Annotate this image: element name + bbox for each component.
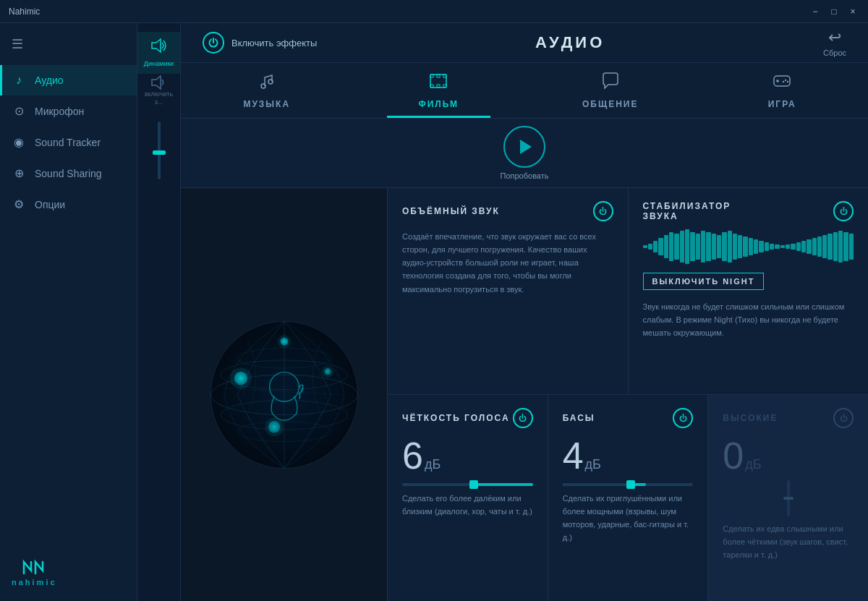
stabilizer-power-icon: ⏻ [840,207,848,216]
right-columns: ОБЪЁМНЫЙ ЗВУК ⏻ Создаёт впечатление, что… [388,188,868,601]
page-body: Попробовать [181,119,868,601]
sidebar-item-microphone[interactable]: ⊙ Микрофон [0,95,137,127]
voice-value: 6 [402,437,423,474]
tab-film[interactable]: ФИЛЬМ [353,63,525,118]
device-speakers[interactable]: Динамики [137,32,180,74]
svg-marker-1 [152,76,161,89]
svg-point-32 [321,365,333,378]
voice-card: ЧЁТКОСТЬ ГОЛОСА ⏻ 6 дБ [388,395,548,601]
try-button[interactable] [503,126,545,168]
svg-point-15 [787,81,788,82]
svg-point-30 [230,367,252,389]
nahimic-logo-icon [21,558,47,578]
tab-chat[interactable]: ОБЩЕНИЕ [524,63,697,118]
tabs-bar: МУЗЫКА ФИЛЬМ [181,63,868,119]
enable-effects-device[interactable]: включить з... [141,80,177,101]
waveform-visual [643,230,854,263]
right-top-row: ОБЪЁМНЫЙ ЗВУК ⏻ Создаёт впечатление, что… [388,188,868,394]
sidebar-item-sound-sharing[interactable]: ⊕ Sound Sharing [0,158,137,189]
reset-button[interactable]: ↩ Сброс [823,28,846,57]
sidebar-item-audio[interactable]: ♪ Аудио [0,65,137,95]
titlebar-title: Nahimic [9,7,40,17]
sidebar-item-sound-tracker[interactable]: ◉ Sound Tracker [0,127,137,158]
stabilizer-card: СТАБИЛИЗАТОР ЗВУКА ⏻ ВЫКЛЮЧИТЬ NIGHT [629,188,869,394]
svg-point-14 [785,80,786,81]
top-bar: Включить эффекты АУДИО ↩ Сброс [181,23,868,63]
close-button[interactable]: × [846,5,859,18]
device-slider-handle [153,150,166,155]
treble-value: 0 [723,437,744,474]
titlebar-controls: − □ × [809,5,859,18]
power-toggle[interactable]: Включить эффекты [203,32,317,54]
surround-power-btn[interactable]: ⏻ [593,201,613,221]
voice-unit: дБ [425,458,441,471]
tab-chat-label: ОБЩЕНИЕ [582,99,639,109]
treble-header: ВЫСОКИЕ ⏻ [723,408,854,428]
svg-rect-4 [430,74,446,88]
voice-power-btn[interactable]: ⏻ [513,408,533,428]
bass-value: 4 [563,437,584,474]
music-tab-icon [258,72,276,95]
maximize-button[interactable]: □ [827,5,841,18]
power-icon [203,32,224,54]
device-slider[interactable] [158,122,161,179]
bass-power-icon: ⏻ [679,414,687,422]
night-button-wrapper[interactable]: ВЫКЛЮЧИТЬ NIGHT [643,268,854,294]
film-tab-icon [429,72,448,95]
treble-description: Сделать их едва слышными или более чётки… [723,522,854,561]
device-panel: Динамики включить з... [137,23,181,601]
treble-title: ВЫСОКИЕ [723,413,778,423]
bass-header: БАСЫ ⏻ [563,408,694,428]
bass-unit: дБ [585,458,601,471]
options-icon: ⚙ [12,197,26,211]
menu-icon[interactable]: ☰ [0,30,137,58]
bass-power-btn[interactable]: ⏻ [673,408,693,428]
surround-power-icon: ⏻ [599,207,607,216]
reset-icon: ↩ [828,28,841,47]
night-button[interactable]: ВЫКЛЮЧИТЬ NIGHT [643,273,765,290]
tab-game-label: ИГРА [768,99,796,109]
sidebar-item-label: Опции [35,199,65,210]
page-title: АУДИО [535,33,605,52]
sidebar-item-label: Sound Sharing [35,168,102,179]
surround-header: ОБЪЁМНЫЙ ЗВУК ⏻ [402,201,613,221]
sidebar-logo: nahimic [0,543,137,601]
treble-slider-handle [783,497,793,500]
sound-sharing-icon: ⊕ [12,166,26,180]
stabilizer-title: СТАБИЛИЗАТОР ЗВУКА [643,201,731,221]
sidebar-item-options[interactable]: ⚙ Опции [0,189,137,220]
microphone-icon: ⊙ [12,104,26,118]
voice-slider[interactable] [402,483,533,486]
sidebar: ☰ ♪ Аудио ⊙ Микрофон ◉ Sound Tracker ⊕ S… [0,23,137,601]
tab-film-label: ФИЛЬМ [418,99,459,109]
treble-power-btn[interactable]: ⏻ [833,408,854,428]
bass-description: Сделать их приглушёнными или более мощны… [563,492,694,545]
bass-title: БАСЫ [563,413,595,423]
stabilizer-power-btn[interactable]: ⏻ [833,201,854,221]
bass-value-display: 4 дБ [563,437,694,474]
bass-card: БАСЫ ⏻ 4 дБ [548,395,708,601]
chat-tab-icon [601,72,620,95]
voice-power-icon: ⏻ [519,414,527,422]
titlebar: Nahimic − □ × [0,0,868,23]
sound-tracker-icon: ◉ [12,135,26,149]
main-content: Включить эффекты АУДИО ↩ Сброс МУЗЫКА [181,23,868,601]
try-section: Попробовать [181,119,868,188]
svg-point-16 [783,81,784,82]
minimize-button[interactable]: − [809,5,822,18]
try-label: Попробовать [501,171,549,180]
treble-power-icon: ⏻ [840,414,848,422]
stabilizer-header: СТАБИЛИЗАТОР ЗВУКА ⏻ [643,201,854,221]
tab-music[interactable]: МУЗЫКА [181,63,353,118]
tab-game[interactable]: ИГРА [697,63,869,118]
logo-text: nahimic [12,578,57,587]
audio-icon: ♪ [12,74,26,87]
treble-card: ВЫСОКИЕ ⏻ 0 дБ [708,395,868,601]
sphere-column [181,188,387,601]
play-icon [520,140,532,154]
svg-point-28 [277,334,290,347]
bass-slider[interactable] [563,483,694,486]
treble-slider[interactable] [787,480,790,516]
svg-marker-0 [152,39,161,52]
sidebar-item-label: Sound Tracker [35,137,101,148]
